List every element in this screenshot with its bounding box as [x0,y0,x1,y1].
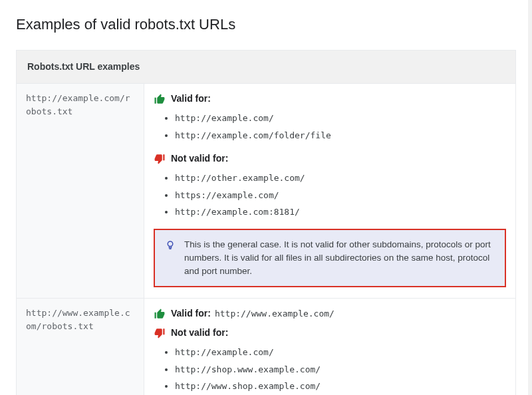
not-valid-url-list: http://other.example.com/ https://exampl… [154,170,506,221]
thumbs-down-icon [154,327,166,339]
examples-table: Robots.txt URL examples http://example.c… [16,50,516,395]
example-url: http://example.com/robots.txt [17,84,144,298]
tip-callout: This is the general case. It is not vali… [154,229,506,288]
table-header: Robots.txt URL examples [17,51,515,84]
not-valid-for-label: Not valid for: [171,152,228,166]
tip-text: This is the general case. It is not vali… [184,238,495,279]
list-item: http://www.shop.example.com/ [175,378,506,395]
table-row: http://example.com/robots.txt Valid for:… [17,84,515,299]
thumbs-up-icon [154,93,166,105]
valid-for-label: Valid for: [171,92,211,106]
list-item: http://example.com/ [175,344,506,361]
example-details: Valid for: http://www.example.com/ Not v… [144,299,515,395]
scrollbar[interactable] [528,0,532,395]
not-valid-for-label: Not valid for: [171,326,228,340]
list-item: http://example.com:8181/ [175,203,506,221]
valid-inline-url: http://www.example.com/ [215,307,334,321]
not-valid-for-heading: Not valid for: [154,152,506,166]
thumbs-down-icon [154,153,166,165]
table-row: http://www.example.com/robots.txt Valid … [17,299,515,395]
not-valid-url-list: http://example.com/ http://shop.www.exam… [154,344,506,395]
list-item: http://example.com/folder/file [175,127,506,144]
list-item: http://shop.www.example.com/ [175,361,506,378]
valid-url-list: http://example.com/ http://example.com/f… [154,110,506,144]
list-item: http://example.com/ [175,110,506,127]
example-details: Valid for: http://example.com/ http://ex… [144,84,515,298]
list-item: http://other.example.com/ [175,170,506,187]
lightbulb-icon [164,239,176,251]
valid-for-heading: Valid for: [154,92,506,106]
list-item: https://example.com/ [175,187,506,204]
not-valid-for-heading: Not valid for: [154,326,506,340]
svg-point-0 [168,241,173,247]
page-title: Examples of valid robots.txt URLs [16,13,516,35]
valid-for-label: Valid for: [171,307,211,321]
valid-for-heading: Valid for: http://www.example.com/ [154,307,506,321]
example-url: http://www.example.com/robots.txt [17,299,144,395]
thumbs-up-icon [154,308,166,320]
